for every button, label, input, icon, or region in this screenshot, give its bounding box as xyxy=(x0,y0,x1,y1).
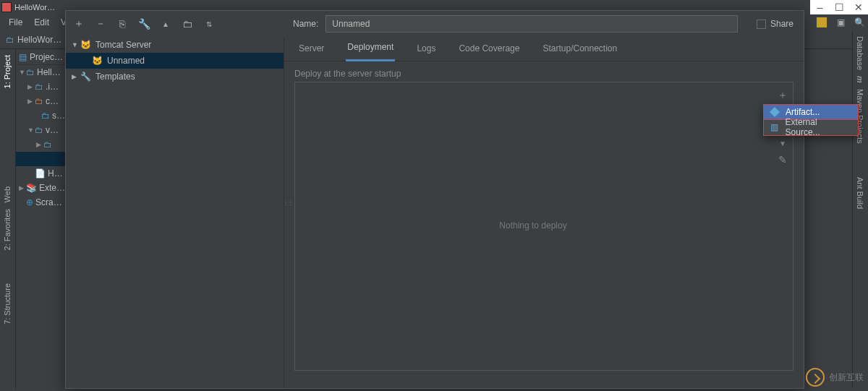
tab-logs[interactable]: Logs xyxy=(415,38,437,61)
tree-node-label: H… xyxy=(48,168,63,179)
tree-node-label: c… xyxy=(46,96,59,106)
sort-button[interactable]: ⇅ xyxy=(203,20,215,28)
tree-node-icon: 📄 xyxy=(35,168,46,179)
deploy-list: Nothing to deploy ＋ ▼ ✎ xyxy=(294,82,793,371)
tree-unnamed-label: Unnamed xyxy=(107,56,145,66)
dock-tab-database[interactable]: Database xyxy=(856,36,864,70)
tree-node-icon: 📚 xyxy=(26,183,37,193)
dialog-tabs: Server Deployment Logs Code Coverage Sta… xyxy=(284,37,804,61)
tree-node-label: Scra… xyxy=(35,197,62,207)
tree-templates[interactable]: ▶🔧 Templates xyxy=(66,69,284,85)
tree-node-icon: 🗀 xyxy=(35,125,43,135)
tree-node-label: v… xyxy=(46,125,59,135)
share-label: Share xyxy=(770,19,793,29)
menu-external-label: External Source... xyxy=(786,117,852,137)
project-tree-row[interactable]: 🗀s… xyxy=(16,108,65,123)
name-input[interactable] xyxy=(326,15,738,33)
folder-button[interactable]: 🗀 xyxy=(182,18,193,30)
artifact-icon xyxy=(770,108,780,116)
project-tree-row[interactable]: ▶🗀c… xyxy=(16,94,65,108)
tab-deployment[interactable]: Deployment xyxy=(346,36,395,61)
tree-unnamed-config[interactable]: 🐱 Unnamed xyxy=(66,53,284,69)
tree-node-icon: 🗀 xyxy=(43,139,52,150)
watermark-text: 创新互联 xyxy=(829,371,864,384)
dock-tab-ant[interactable]: Ant Build xyxy=(856,177,864,209)
right-tool-dock: Database m Maven Projects Ant Build xyxy=(852,30,868,388)
left-tool-dock: 1: Project Web 2: Favorites 7: Structure xyxy=(0,49,16,389)
deploy-add-button[interactable]: ＋ xyxy=(773,87,793,103)
breadcrumb-project[interactable]: HelloWor… xyxy=(17,35,61,45)
search-icon[interactable]: 🔍 xyxy=(854,17,865,28)
deploy-empty-text: Nothing to deploy xyxy=(295,220,771,231)
watermark-logo-icon xyxy=(806,368,825,387)
maximize-button[interactable]: ☐ xyxy=(830,0,849,14)
tree-tomcat-server[interactable]: ▼🐱 Tomcat Server xyxy=(66,37,284,53)
tab-server[interactable]: Server xyxy=(297,38,326,61)
tomcat-icon: 🐱 xyxy=(92,56,103,66)
close-button[interactable]: ✕ xyxy=(848,0,868,14)
add-config-button[interactable]: ＋ xyxy=(73,17,85,30)
tree-arrow-icon: ▶ xyxy=(19,184,26,192)
tree-templates-label: Templates xyxy=(95,72,135,82)
folder-icon: 🗀 xyxy=(6,35,14,45)
window-controls: – ☐ ✕ xyxy=(810,0,868,14)
tab-startup-connection[interactable]: Startup/Connection xyxy=(541,38,618,61)
add-deploy-menu: Artifact... ▥ External Source... xyxy=(763,104,859,136)
deploy-section-title: Deploy at the server startup xyxy=(294,69,793,79)
project-tree-row[interactable] xyxy=(16,152,65,166)
project-tree-row[interactable]: ▼🗀Hell… xyxy=(16,65,65,80)
menu-edit[interactable]: Edit xyxy=(28,16,55,29)
deploy-down-button[interactable]: ▼ xyxy=(773,136,793,152)
project-tree-row[interactable]: ⊕Scra… xyxy=(16,195,65,210)
move-up-button[interactable]: ▲ xyxy=(160,20,171,28)
dock-tab-project[interactable]: 1: Project xyxy=(3,55,12,88)
tree-node-icon: ⊕ xyxy=(26,197,33,207)
run-config-dialog: ＋ － ⎘ 🔧 ▲ 🗀 ⇅ Name: Share ▼🐱 Tomcat Serv… xyxy=(65,10,804,389)
project-tree-header: ▤ Projec… xyxy=(16,49,65,65)
wrench-icon: 🔧 xyxy=(80,72,91,82)
tree-node-label: s… xyxy=(52,111,65,121)
menu-artifact-label: Artifact... xyxy=(786,107,820,117)
minimize-button[interactable]: – xyxy=(810,0,830,14)
tab-code-coverage[interactable]: Code Coverage xyxy=(457,38,521,61)
tree-node-icon: 🗀 xyxy=(35,96,43,106)
config-tree: ▼🐱 Tomcat Server 🐱 Unnamed ▶🔧 Templates … xyxy=(66,37,284,388)
tree-arrow-icon: ▶ xyxy=(27,98,35,105)
project-tree-row[interactable]: ▼🗀v… xyxy=(16,123,65,137)
deploy-edit-button[interactable]: ✎ xyxy=(773,152,793,168)
share-checkbox[interactable] xyxy=(757,20,766,29)
tree-node-icon: 🗀 xyxy=(26,67,35,77)
project-tree-row[interactable]: ▶🗀 xyxy=(16,137,65,152)
tree-arrow-icon: ▼ xyxy=(19,69,26,76)
tree-node-label: Exte… xyxy=(39,183,65,193)
toolwindow-toggle-icon[interactable]: ▣ xyxy=(835,17,846,28)
menu-file[interactable]: File xyxy=(3,16,28,29)
tree-node-label: Hell… xyxy=(37,67,61,77)
dock-tab-structure[interactable]: 7: Structure xyxy=(3,283,12,325)
dock-tab-favorites[interactable]: 2: Favorites xyxy=(3,209,12,250)
edit-defaults-button[interactable]: 🔧 xyxy=(138,18,150,30)
dialog-toolbar: ＋ － ⎘ 🔧 ▲ 🗀 ⇅ xyxy=(66,17,284,30)
dock-tab-web[interactable]: Web xyxy=(3,186,12,202)
tree-node-label: .i… xyxy=(46,82,59,92)
watermark: 创新互联 xyxy=(806,368,864,387)
tree-node-icon: 🗀 xyxy=(41,111,50,121)
project-tree-row[interactable]: ▶📚Exte… xyxy=(16,181,65,195)
external-source-icon: ▥ xyxy=(770,122,780,132)
tree-arrow-icon: ▶ xyxy=(36,141,43,148)
share-checkbox-row[interactable]: Share xyxy=(757,19,793,29)
tomcat-icon: 🐱 xyxy=(80,40,91,50)
name-label: Name: xyxy=(293,19,318,29)
tree-arrow-icon: ▼ xyxy=(27,126,35,134)
split-handle-icon[interactable]: ⋮⋮ xyxy=(283,199,293,206)
tree-arrow-icon: ▶ xyxy=(27,83,35,90)
tree-node-icon: 🗀 xyxy=(35,82,43,92)
copy-config-button[interactable]: ⎘ xyxy=(116,18,128,30)
status-indicator-icon xyxy=(816,17,827,28)
project-tree-row[interactable]: 📄H… xyxy=(16,166,65,181)
menu-item-external-source[interactable]: ▥ External Source... xyxy=(764,119,858,135)
project-tree-title: Projec… xyxy=(30,52,63,62)
project-tree-row[interactable]: ▶🗀.i… xyxy=(16,80,65,94)
remove-config-button[interactable]: － xyxy=(95,17,106,30)
app-icon xyxy=(1,2,12,12)
